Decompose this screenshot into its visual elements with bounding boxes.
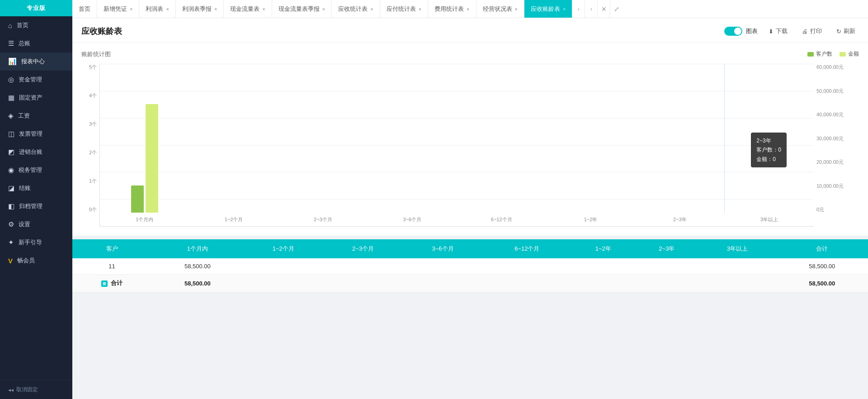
y-axis-right: 60,000.00元 50,000.00元 40,000.00元 30,000.… [814, 64, 859, 227]
chart-toggle[interactable] [724, 27, 742, 36]
tab-expense-stats-close[interactable]: × [467, 6, 469, 12]
total-12y [571, 275, 635, 292]
tab-expense-stats-label: 费用统计表 [434, 5, 464, 13]
row-23m [323, 258, 403, 275]
assets-icon: ▦ [8, 94, 14, 102]
sidebar-item-reports-label: 报表中心 [21, 57, 45, 66]
col-1m: 1个月内 [151, 239, 243, 258]
tab-business-status[interactable]: 经营状况表 × [476, 0, 524, 18]
tab-cashflow-quarter-label: 现金流量表季报 [278, 5, 320, 13]
tab-business-status-close[interactable]: × [515, 6, 518, 12]
sidebar-item-salesledger[interactable]: ◩ 进销台账 [0, 143, 72, 161]
row-12m [244, 258, 323, 275]
sidebar-item-closing[interactable]: ◪ 结账 [0, 179, 72, 197]
vip-icon: V [8, 257, 13, 265]
sidebar-item-assets[interactable]: ▦ 固定资产 [0, 89, 72, 107]
x-label-12y: 1~2年 [546, 213, 635, 226]
tab-profit-quarter[interactable]: 利润表季报 × [176, 0, 224, 18]
page-title: 应收账龄表 [81, 26, 122, 37]
row-total: 58,500.00 [776, 258, 868, 275]
sidebar-item-guide[interactable]: ✦ 新手引导 [0, 233, 72, 252]
tab-profit[interactable]: 利润表 × [139, 0, 175, 18]
total-icon: ⊞ [101, 280, 108, 287]
tab-next-btn[interactable]: › [585, 0, 598, 18]
page-header: 应收账龄表 图表 ⬇ 下载 🖨 打印 ↻ 刷新 [72, 18, 868, 43]
bar-1m-customers [131, 185, 144, 213]
x-label-1m: 1个月内 [100, 213, 189, 226]
print-button[interactable]: 🖨 打印 [798, 25, 826, 37]
tab-cashflow[interactable]: 现金流量表 × [224, 0, 272, 18]
sidebar-item-settings[interactable]: ⚙ 设置 [0, 215, 72, 233]
table-header-row: 客户 1个月内 1~2个月 2~3个月 3~6个月 6~12个月 1~2年 2~… [72, 239, 868, 258]
sidebar-item-fund[interactable]: ◎ 资金管理 [0, 71, 72, 89]
sidebar-item-ledger-label: 总账 [19, 39, 30, 48]
refresh-label: 刷新 [844, 27, 855, 35]
chart-container: 5个 4个 3个 2个 1个 0个 [81, 64, 859, 227]
tab-profit-close[interactable]: × [166, 6, 169, 12]
app-logo: 专业版 [0, 0, 72, 16]
page-content: 应收账龄表 图表 ⬇ 下载 🖨 打印 ↻ 刷新 [72, 18, 868, 399]
reports-icon: 📊 [8, 57, 17, 66]
tab-prev-btn[interactable]: ‹ [572, 0, 585, 18]
tab-voucher[interactable]: 新增凭证 × [97, 0, 139, 18]
tab-payable-stats-close[interactable]: × [419, 6, 421, 12]
tab-receivable-age[interactable]: 应收账龄表 × [524, 0, 572, 18]
sidebar-item-home[interactable]: ⌂ 首页 [0, 16, 72, 34]
refresh-button[interactable]: ↻ 刷新 [833, 25, 859, 37]
archive-icon: ◧ [8, 202, 14, 210]
tab-cashflow-close[interactable]: × [262, 6, 265, 12]
chart-title: 账龄统计图 [81, 50, 859, 58]
total-total: 58,500.00 [776, 275, 868, 292]
tab-receivable-stats-close[interactable]: × [370, 6, 373, 12]
tab-expand-btn[interactable]: ⤢ [610, 0, 623, 18]
tab-home[interactable]: 首页 [72, 0, 97, 18]
sidebar-item-invoice[interactable]: ◫ 发票管理 [0, 125, 72, 143]
sidebar-item-salary[interactable]: ◈ 工资 [0, 107, 72, 125]
y-axis-left: 5个 4个 3个 2个 1个 0个 [81, 64, 99, 227]
sidebar-footer-label: 取消固定 [16, 386, 38, 394]
chart-tooltip: 2~3年 客户数：0 金额：0 [751, 133, 787, 167]
tab-profit-quarter-close[interactable]: × [214, 6, 217, 12]
download-button[interactable]: ⬇ 下载 [765, 25, 791, 37]
sidebar-item-invoice-label: 发票管理 [19, 130, 42, 138]
sidebar-item-archive[interactable]: ◧ 归档管理 [0, 197, 72, 215]
sidebar-item-tax[interactable]: ◉ 税务管理 [0, 161, 72, 179]
tab-close-all-btn[interactable]: ✕ [598, 0, 610, 18]
legend-customers-label: 客户数 [816, 50, 832, 58]
chart-area: 账龄统计图 客户数 金额 5个 4个 3个 2个 1个 [72, 43, 868, 236]
tab-receivable-stats[interactable]: 应收统计表 × [332, 0, 380, 18]
salesledger-icon: ◩ [8, 148, 14, 156]
download-label: 下载 [776, 27, 788, 35]
x-label-3yplus: 3年以上 [725, 213, 814, 226]
chart-toggle-wrap: 图表 [724, 27, 758, 36]
tab-payable-stats[interactable]: 应付统计表 × [380, 0, 428, 18]
total-1m: 58,500.00 [151, 275, 243, 292]
tab-cashflow-quarter-close[interactable]: × [322, 6, 325, 12]
tab-expense-stats[interactable]: 费用统计表 × [428, 0, 476, 18]
sidebar-item-ledger[interactable]: ☰ 总账 [0, 34, 72, 52]
row-customer: 11 [72, 258, 151, 275]
receivable-age-table: 客户 1个月内 1~2个月 2~3个月 3~6个月 6~12个月 1~2年 2~… [72, 239, 868, 292]
sidebar-item-settings-label: 设置 [19, 220, 30, 228]
total-3yplus [698, 275, 776, 292]
print-icon: 🖨 [802, 28, 808, 35]
x-label-23m: 2~3个月 [278, 213, 368, 226]
sidebar-toggle-pin[interactable]: ◂◂ 取消固定 [0, 380, 72, 399]
sidebar-item-vip-label: 畅会员 [17, 256, 35, 265]
col-23m: 2~3个月 [323, 239, 403, 258]
main-content: 首页 新增凭证 × 利润表 × 利润表季报 × 现金流量表 × 现金流量表季报 … [72, 0, 868, 399]
sidebar-item-vip[interactable]: V 畅会员 [0, 252, 72, 270]
tab-cashflow-quarter[interactable]: 现金流量表季报 × [272, 0, 332, 18]
legend-amount-label: 金额 [848, 50, 859, 58]
sidebar-item-reports[interactable]: 📊 报表中心 [0, 52, 72, 71]
header-actions: 图表 ⬇ 下载 🖨 打印 ↻ 刷新 [724, 25, 859, 37]
total-12m [244, 275, 323, 292]
total-label: ⊞ 合计 [72, 275, 151, 292]
tab-receivable-age-close[interactable]: × [563, 6, 566, 12]
tab-payable-stats-label: 应付统计表 [387, 5, 416, 13]
row-23y [635, 258, 699, 275]
tab-receivable-stats-label: 应收统计表 [338, 5, 368, 13]
chart-legend: 客户数 金额 [807, 50, 859, 58]
tab-voucher-close[interactable]: × [130, 6, 132, 12]
col-36m: 3~6个月 [403, 239, 482, 258]
